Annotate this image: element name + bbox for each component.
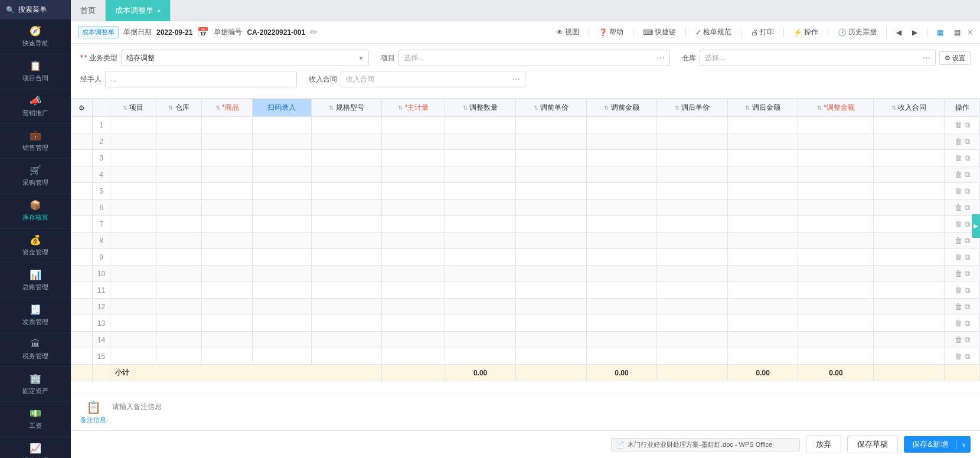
row-before-price-12[interactable] [515,299,586,315]
view-btn[interactable]: 👁 视图 [553,26,583,38]
row-before-amount-14[interactable] [586,332,657,348]
row-scan-9[interactable] [253,249,312,266]
row-warehouse-10[interactable] [156,266,202,282]
row-after-amount-9[interactable] [727,249,798,266]
row-unit-7[interactable] [382,216,445,233]
warehouse-input[interactable]: 选择... ··· [700,50,936,66]
row-before-price-2[interactable] [515,133,586,150]
row-before-amount-3[interactable] [586,150,657,166]
row-adjust-qty-3[interactable] [445,150,516,166]
row-before-amount-13[interactable] [586,315,657,332]
project-input[interactable]: 选择... ··· [398,50,669,66]
biz-type-input[interactable]: 结存调整 ▼ [121,50,370,66]
row-income-contract-8[interactable] [874,233,945,249]
row-spec-7[interactable] [311,216,382,233]
row-product-15[interactable] [202,348,253,365]
row-before-price-3[interactable] [515,150,586,166]
sidebar-item-purchase-mgmt[interactable]: 🛒 采购管理 [0,159,71,194]
row-project-9[interactable] [110,249,156,266]
row-spec-13[interactable] [311,315,382,332]
row-income-contract-1[interactable] [874,117,945,133]
row-warehouse-4[interactable] [156,166,202,183]
row-adjust-amount-11[interactable] [798,282,874,299]
row-scan-15[interactable] [253,348,312,365]
row-after-price-11[interactable] [657,282,728,299]
copy-icon-14[interactable]: ⧉ [965,335,970,345]
row-before-amount-6[interactable] [586,199,657,216]
row-product-13[interactable] [202,315,253,332]
row-before-price-7[interactable] [515,216,586,233]
row-after-amount-6[interactable] [727,199,798,216]
row-project-4[interactable] [110,166,156,183]
save-new-arrow-btn[interactable]: ∨ [957,439,971,450]
row-adjust-amount-8[interactable] [798,233,874,249]
row-after-price-10[interactable] [657,266,728,282]
warehouse-more-icon[interactable]: ··· [923,53,930,63]
right-edge-tab[interactable]: ▶ [972,214,980,238]
row-unit-1[interactable] [382,117,445,133]
operations-btn[interactable]: ⚡ 操作 [790,26,822,38]
row-scan-2[interactable] [253,133,312,150]
row-income-contract-10[interactable] [874,266,945,282]
notes-icon-btn[interactable]: 📋 备注信息 [80,400,106,424]
sidebar-item-fixed-assets[interactable]: 🏢 固定资产 [0,367,71,402]
row-adjust-qty-8[interactable] [445,233,516,249]
row-product-9[interactable] [202,249,253,266]
row-unit-5[interactable] [382,183,445,199]
row-adjust-qty-5[interactable] [445,183,516,199]
row-before-price-6[interactable] [515,199,586,216]
row-unit-12[interactable] [382,299,445,315]
row-adjust-amount-2[interactable] [798,133,874,150]
row-after-price-6[interactable] [657,199,728,216]
col-unit[interactable]: ⇅ *主计量 [382,99,445,117]
sidebar-search[interactable]: 🔍 搜索菜单 [0,0,71,19]
row-after-amount-3[interactable] [727,150,798,166]
row-before-amount-9[interactable] [586,249,657,266]
row-adjust-amount-1[interactable] [798,117,874,133]
print-btn[interactable]: 🖨 打印 [747,26,778,38]
notes-input[interactable] [112,400,971,413]
row-warehouse-11[interactable] [156,282,202,299]
delete-icon-2[interactable]: 🗑 [955,137,962,146]
col-scan[interactable]: 扫码录入 [253,99,312,117]
row-warehouse-6[interactable] [156,199,202,216]
row-adjust-amount-6[interactable] [798,199,874,216]
row-adjust-amount-15[interactable] [798,348,874,365]
row-spec-8[interactable] [311,233,382,249]
row-project-15[interactable] [110,348,156,365]
row-after-price-8[interactable] [657,233,728,249]
row-spec-6[interactable] [311,199,382,216]
row-product-12[interactable] [202,299,253,315]
row-income-contract-3[interactable] [874,150,945,166]
copy-icon-12[interactable]: ⧉ [965,302,970,312]
row-after-price-13[interactable] [657,315,728,332]
row-adjust-qty-6[interactable] [445,199,516,216]
row-income-contract-11[interactable] [874,282,945,299]
income-contract-input[interactable]: 收入合同 ··· [341,71,525,87]
row-after-price-7[interactable] [657,216,728,233]
sidebar-item-sales-promo[interactable]: 📣 营销推广 [0,89,71,124]
row-income-contract-6[interactable] [874,199,945,216]
col-adjust-qty[interactable]: ⇅ 调整数量 [445,99,516,117]
row-unit-6[interactable] [382,199,445,216]
row-scan-10[interactable] [253,266,312,282]
row-scan-4[interactable] [253,166,312,183]
row-project-2[interactable] [110,133,156,150]
delete-icon-11[interactable]: 🗑 [955,286,962,295]
col-product[interactable]: ⇅ *商品 [202,99,253,117]
copy-icon-13[interactable]: ⧉ [965,319,970,328]
copy-icon-7[interactable]: ⧉ [965,220,970,229]
row-unit-9[interactable] [382,249,445,266]
row-project-6[interactable] [110,199,156,216]
row-after-price-12[interactable] [657,299,728,315]
row-adjust-qty-11[interactable] [445,282,516,299]
row-spec-4[interactable] [311,166,382,183]
prev-btn[interactable]: ◀ [893,27,905,38]
row-spec-11[interactable] [311,282,382,299]
row-product-11[interactable] [202,282,253,299]
col-before-amount[interactable]: ⇅ 调前金额 [586,99,657,117]
delete-icon-8[interactable]: 🗑 [955,236,962,246]
row-scan-6[interactable] [253,199,312,216]
row-spec-14[interactable] [311,332,382,348]
row-after-amount-5[interactable] [727,183,798,199]
